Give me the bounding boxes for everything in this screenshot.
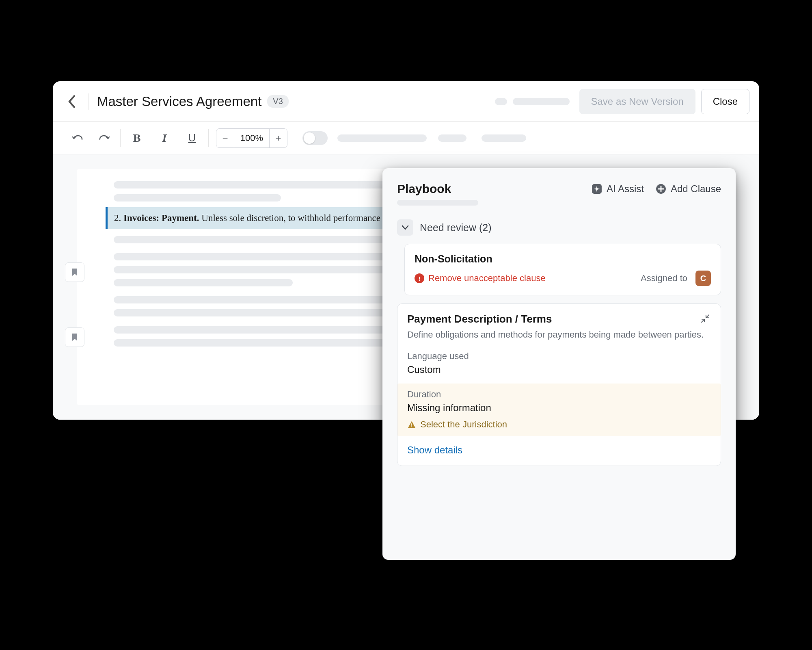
- divider: [474, 129, 474, 147]
- collapse-button[interactable]: [700, 313, 711, 324]
- chevron-down-icon: [401, 225, 409, 230]
- assigned-to-label: Assigned to: [641, 273, 687, 284]
- duration-label: Duration: [407, 389, 711, 400]
- collapse-icon: [701, 314, 710, 323]
- playbook-header: Playbook AI Assist Add Clause: [397, 182, 721, 196]
- card-title: Payment Description / Terms: [407, 313, 695, 325]
- warning-icon: [407, 420, 416, 429]
- language-used-value: Custom: [407, 364, 711, 375]
- document-title: Master Services Agreement: [97, 94, 261, 109]
- divider: [208, 129, 209, 147]
- show-details-link[interactable]: Show details: [407, 444, 462, 456]
- card-title: Non-Solicitation: [415, 253, 711, 265]
- duration-value: Missing information: [407, 402, 711, 414]
- zoom-value: 100%: [234, 133, 269, 143]
- assignee-avatar[interactable]: C: [695, 271, 711, 286]
- zoom-control: − 100% +: [216, 128, 287, 148]
- app-header: Master Services Agreement V3 Save as New…: [53, 81, 759, 122]
- section-label: Need review (2): [420, 222, 491, 234]
- need-review-section[interactable]: Need review (2): [397, 219, 721, 236]
- placeholder: [397, 200, 478, 206]
- placeholder: [495, 98, 507, 105]
- redo-button[interactable]: [95, 129, 113, 147]
- toggle-switch[interactable]: [302, 131, 328, 145]
- zoom-out-button[interactable]: −: [216, 129, 234, 147]
- bookmark-tab[interactable]: [65, 262, 84, 282]
- clause-number: 2.: [114, 213, 121, 223]
- undo-button[interactable]: [69, 129, 87, 147]
- jurisdiction-warning-text: Select the Jurisdiction: [420, 419, 507, 430]
- back-button[interactable]: [63, 93, 80, 110]
- svg-rect-3: [411, 426, 412, 427]
- placeholder: [513, 98, 570, 105]
- bookmark-icon: [71, 268, 78, 277]
- plus-circle-icon: [655, 183, 667, 195]
- language-used-label: Language used: [407, 351, 711, 362]
- chevron-left-icon: [67, 95, 76, 108]
- sparkle-icon: [591, 183, 603, 195]
- close-button[interactable]: Close: [701, 89, 749, 114]
- formatting-toolbar: B I U − 100% +: [53, 122, 759, 154]
- bold-button[interactable]: B: [128, 129, 146, 147]
- card-description: Define obligations and methods for payme…: [407, 329, 711, 341]
- alert-icon: !: [415, 273, 424, 283]
- svg-rect-2: [411, 423, 412, 425]
- clause-card-payment-terms[interactable]: Payment Description / Terms Define oblig…: [397, 303, 721, 466]
- redo-icon: [98, 134, 110, 142]
- version-badge: V3: [267, 95, 288, 108]
- divider: [120, 129, 121, 147]
- zoom-in-button[interactable]: +: [269, 129, 287, 147]
- placeholder: [482, 134, 526, 142]
- italic-button[interactable]: I: [155, 129, 173, 147]
- placeholder: [337, 134, 427, 142]
- ai-assist-label: AI Assist: [607, 183, 644, 195]
- placeholder: [438, 134, 466, 142]
- save-as-new-version-button[interactable]: Save as New Version: [579, 89, 695, 114]
- divider: [89, 93, 89, 110]
- jurisdiction-warning-link[interactable]: Select the Jurisdiction: [407, 419, 711, 430]
- clause-card-non-solicitation[interactable]: Non-Solicitation ! Remove unacceptable c…: [404, 244, 721, 295]
- underline-button[interactable]: U: [183, 129, 201, 147]
- undo-icon: [72, 134, 84, 142]
- clause-heading: Invoices: Payment.: [123, 213, 199, 223]
- alert-text: Remove unacceptable clause: [428, 273, 637, 284]
- bookmark-tab[interactable]: [65, 327, 84, 347]
- bookmark-icon: [71, 333, 78, 342]
- ai-assist-button[interactable]: AI Assist: [591, 183, 644, 195]
- collapse-toggle[interactable]: [397, 219, 413, 236]
- add-clause-label: Add Clause: [671, 183, 721, 195]
- add-clause-button[interactable]: Add Clause: [655, 183, 721, 195]
- divider: [295, 129, 295, 147]
- playbook-panel: Playbook AI Assist Add Clause Need revie…: [382, 168, 736, 560]
- duration-warning-block: Duration Missing information Select the …: [397, 384, 721, 436]
- playbook-title: Playbook: [397, 182, 580, 196]
